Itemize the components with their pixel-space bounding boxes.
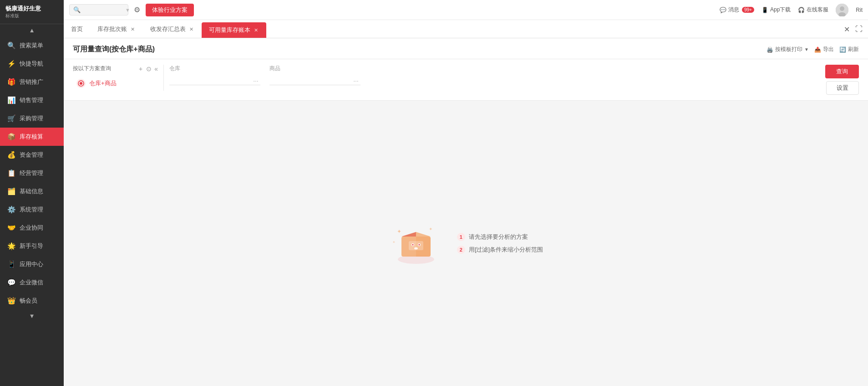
chart-icon: 📊 bbox=[7, 96, 16, 104]
sidebar-item-label: 应用中心 bbox=[20, 260, 43, 268]
sidebar-item-sales[interactable]: 📊 销售管理 bbox=[0, 91, 64, 109]
filter-schemes-panel: 按以下方案查询 + ⊙ « 仓库+商品 bbox=[73, 65, 164, 91]
tab-available-ledger-label: 可用量库存账本 bbox=[209, 26, 250, 34]
sidebar-item-label: 营销推广 bbox=[20, 78, 43, 86]
tab-available-ledger-close[interactable]: ✕ bbox=[253, 27, 259, 33]
sidebar-item-search[interactable]: 🔍 搜索菜单 bbox=[0, 36, 64, 55]
sidebar-scroll-up[interactable]: ▲ bbox=[0, 24, 64, 36]
sidebar-item-wechat[interactable]: 💬 企业微信 bbox=[0, 273, 64, 292]
brand-name: 畅康通好生意 bbox=[5, 5, 58, 13]
content-area: 可用量查询(按仓库+商品) 🖨️ 按模板打印 ▼ 📤 导出 🔄 刷新 bbox=[64, 38, 868, 386]
sidebar-item-label: 企业微信 bbox=[20, 278, 43, 287]
sidebar-item-operation[interactable]: 📋 经营管理 bbox=[0, 164, 64, 182]
empty-state-content: ✦ ✦ ✦ 1 请先选择要分析的方案 2 用[过滤]条件来缩小分析范围 bbox=[389, 216, 543, 271]
sidebar-item-marketing[interactable]: 🎁 营销推广 bbox=[0, 73, 64, 91]
goods-more-button[interactable]: … bbox=[353, 77, 359, 83]
goods-input-wrapper: … bbox=[269, 74, 360, 85]
main-area: 🔍 ▼ ⚙ 体验行业方案 💬 消息 99+ 📱 App下载 🎧 在线客服 bbox=[64, 0, 868, 386]
svg-point-4 bbox=[80, 82, 82, 85]
filter-area: 按以下方案查询 + ⊙ « 仓库+商品 仓库 bbox=[64, 59, 868, 101]
export-button[interactable]: 📤 导出 bbox=[814, 46, 834, 53]
sidebar-item-apps[interactable]: 📱 应用中心 bbox=[0, 255, 64, 273]
scheme-item-warehouse-goods[interactable]: 仓库+商品 bbox=[73, 76, 158, 91]
sidebar-brand: 畅康通好生意 标准版 bbox=[0, 0, 64, 24]
box-icon: 📦 bbox=[7, 133, 16, 141]
online-service-button[interactable]: 🎧 在线客服 bbox=[798, 6, 828, 14]
sidebar-item-label: 库存核算 bbox=[20, 133, 43, 141]
gear-icon: ⚙️ bbox=[7, 206, 16, 214]
filter-field-warehouse: 仓库 … bbox=[169, 65, 260, 85]
warehouse-more-button[interactable]: … bbox=[253, 77, 259, 83]
search-icon: 🔍 bbox=[7, 41, 16, 50]
tab-receipt-summary[interactable]: 收发存汇总表 ✕ bbox=[143, 21, 202, 38]
warehouse-input[interactable] bbox=[169, 76, 251, 83]
refresh-label: 刷新 bbox=[848, 46, 859, 53]
sidebar-item-basic[interactable]: 🗂️ 基础信息 bbox=[0, 182, 64, 201]
topbar: 🔍 ▼ ⚙ 体验行业方案 💬 消息 99+ 📱 App下载 🎧 在线客服 bbox=[64, 0, 868, 20]
brand-tag: 标准版 bbox=[5, 13, 58, 19]
sidebar-item-label: 搜索菜单 bbox=[20, 41, 43, 50]
goods-field-label: 商品 bbox=[269, 65, 360, 72]
tab-receipt-summary-close[interactable]: ✕ bbox=[188, 26, 194, 32]
expand-tab-button[interactable]: ⛶ bbox=[853, 23, 864, 35]
svg-point-14 bbox=[418, 244, 420, 246]
scheme-actions: + ⊙ « bbox=[138, 65, 158, 72]
tab-available-ledger[interactable]: 可用量库存账本 ✕ bbox=[202, 22, 266, 38]
cart-icon: 🛒 bbox=[7, 114, 16, 123]
industry-solution-button[interactable]: 体验行业方案 bbox=[146, 4, 194, 16]
phone-icon: 📱 bbox=[761, 7, 768, 13]
add-scheme-button[interactable]: + bbox=[138, 65, 143, 72]
messages-button[interactable]: 💬 消息 99+ bbox=[720, 6, 754, 14]
svg-point-13 bbox=[412, 244, 413, 246]
scheme-icon bbox=[76, 79, 86, 88]
goods-input[interactable] bbox=[269, 76, 351, 83]
query-button[interactable]: 查询 bbox=[825, 65, 859, 78]
sidebar-item-system[interactable]: ⚙️ 系统管理 bbox=[0, 201, 64, 219]
search-icon: 🔍 bbox=[73, 6, 81, 13]
app-download-button[interactable]: 📱 App下载 bbox=[761, 6, 791, 14]
warehouse-input-wrapper: … bbox=[169, 74, 260, 85]
username-label[interactable]: Rit bbox=[856, 7, 863, 13]
topbar-gear-button[interactable]: ⚙ bbox=[132, 4, 142, 16]
refresh-button[interactable]: 🔄 刷新 bbox=[839, 46, 859, 53]
sidebar-item-quicknav[interactable]: ⚡ 快捷导航 bbox=[0, 55, 64, 73]
empty-illustration: ✦ ✦ ✦ bbox=[389, 216, 443, 271]
chevron-down-icon: ▼ bbox=[125, 7, 130, 13]
scheme-settings-button[interactable]: ⊙ bbox=[145, 65, 152, 72]
sidebar-item-label: 畅会员 bbox=[20, 297, 37, 305]
sidebar-item-newbie[interactable]: 🌟 新手引导 bbox=[0, 237, 64, 255]
tab-batch-ledger-close[interactable]: ✕ bbox=[130, 26, 136, 32]
print-dropdown-icon: ▼ bbox=[804, 47, 809, 52]
sidebar-item-member[interactable]: 👑 畅会员 bbox=[0, 292, 64, 310]
crown-icon: 👑 bbox=[7, 297, 16, 305]
close-all-tabs-button[interactable]: ✕ bbox=[842, 23, 852, 35]
tab-receipt-summary-label: 收发存汇总表 bbox=[150, 25, 186, 33]
svg-point-1 bbox=[840, 6, 844, 11]
filter-settings-button[interactable]: 设置 bbox=[826, 81, 859, 95]
tip-text-2: 用[过滤]条件来缩小分析范围 bbox=[469, 246, 543, 254]
tab-home[interactable]: 首页 bbox=[64, 21, 90, 38]
topbar-search-input[interactable] bbox=[82, 7, 123, 13]
sidebar-item-purchase[interactable]: 🛒 采购管理 bbox=[0, 109, 64, 128]
tip-num-1: 1 bbox=[457, 233, 465, 241]
svg-marker-7 bbox=[401, 232, 416, 237]
warehouse-field-label: 仓库 bbox=[169, 65, 260, 72]
empty-tip-1: 1 请先选择要分析的方案 bbox=[457, 233, 543, 241]
bell-icon: 💬 bbox=[720, 7, 726, 13]
sidebar-scroll-down[interactable]: ▼ bbox=[0, 310, 64, 322]
svg-text:✦: ✦ bbox=[392, 240, 396, 244]
gift-icon: 🎁 bbox=[7, 78, 16, 86]
filter-action-buttons: 查询 设置 bbox=[825, 65, 859, 95]
sidebar-item-label: 企业协同 bbox=[20, 224, 43, 232]
sidebar-item-enterprise[interactable]: 🤝 企业协同 bbox=[0, 219, 64, 237]
page-header-actions: 🖨️ 按模板打印 ▼ 📤 导出 🔄 刷新 bbox=[766, 46, 859, 53]
tab-batch-ledger[interactable]: 库存批次账 ✕ bbox=[90, 21, 143, 38]
collapse-schemes-button[interactable]: « bbox=[154, 65, 158, 72]
empty-state: ✦ ✦ ✦ 1 请先选择要分析的方案 2 用[过滤]条件来缩小分析范围 bbox=[64, 101, 868, 386]
page-title: 可用量查询(按仓库+商品) bbox=[73, 45, 155, 54]
sidebar-item-finance[interactable]: 💰 资金管理 bbox=[0, 146, 64, 164]
topbar-search-box[interactable]: 🔍 ▼ bbox=[69, 4, 128, 15]
sidebar-item-inventory[interactable]: 📦 库存核算 bbox=[0, 128, 64, 146]
tabbar: 首页 库存批次账 ✕ 收发存汇总表 ✕ 可用量库存账本 ✕ ✕ ⛶ bbox=[64, 20, 868, 38]
print-button[interactable]: 🖨️ 按模板打印 ▼ bbox=[766, 46, 809, 53]
